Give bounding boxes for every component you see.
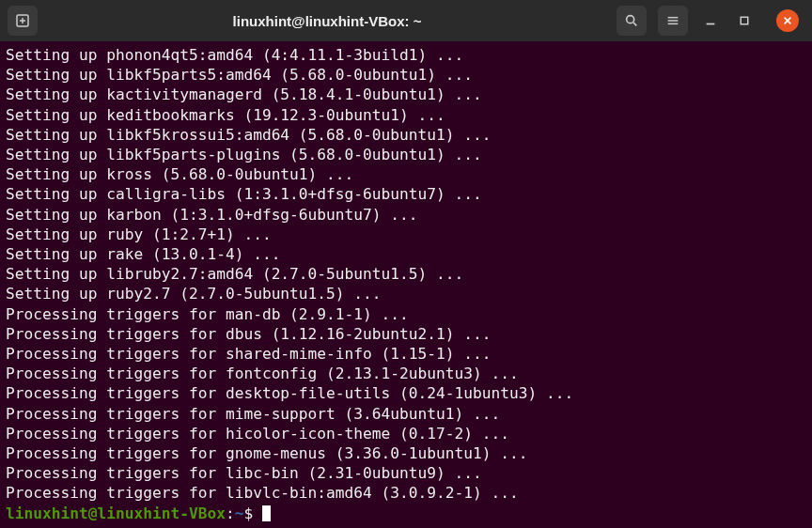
- cursor: [262, 505, 271, 521]
- terminal-body[interactable]: Setting up phonon4qt5:amd64 (4:4.11.1-3b…: [0, 41, 812, 528]
- output-line: Processing triggers for shared-mime-info…: [6, 344, 806, 364]
- output-line: Processing triggers for libvlc-bin:amd64…: [6, 483, 806, 503]
- svg-rect-9: [741, 17, 748, 24]
- output-line: Processing triggers for fontconfig (2.13…: [6, 364, 806, 383]
- output-line: Processing triggers for mime-support (3.…: [6, 404, 806, 424]
- output-line: Setting up phonon4qt5:amd64 (4:4.11.1-3b…: [6, 45, 806, 65]
- search-button[interactable]: [617, 6, 647, 36]
- search-icon: [624, 13, 639, 28]
- prompt-colon: :: [226, 505, 235, 522]
- output-line: Processing triggers for libc-bin (2.31-0…: [6, 463, 806, 483]
- titlebar: linuxhint@linuxhint-VBox: ~: [0, 0, 812, 41]
- output-line: Processing triggers for hicolor-icon-the…: [6, 424, 806, 443]
- minimize-button[interactable]: [699, 9, 722, 32]
- close-icon: [783, 16, 792, 25]
- maximize-icon: [739, 15, 750, 26]
- prompt-user-host: linuxhint@linuxhint-VBox: [6, 505, 226, 522]
- output-line: Processing triggers for man-db (2.9.1-1)…: [6, 304, 806, 324]
- output-line: Setting up kross (5.68.0-0ubuntu1) ...: [6, 164, 806, 184]
- titlebar-right: [617, 6, 804, 36]
- new-tab-icon: [14, 12, 31, 29]
- svg-point-3: [627, 16, 634, 23]
- minimize-icon: [704, 14, 717, 27]
- output-line: Setting up ruby (1:2.7+1) ...: [6, 225, 806, 244]
- output-line: Setting up karbon (1:3.1.0+dfsg-6ubuntu7…: [6, 205, 806, 225]
- output-line: Setting up keditbookmarks (19.12.3-0ubun…: [6, 105, 806, 125]
- svg-line-4: [633, 23, 636, 25]
- output-line: Processing triggers for desktop-file-uti…: [6, 383, 806, 403]
- prompt-line: linuxhint@linuxhint-VBox:~$: [6, 504, 806, 523]
- prompt-path: ~: [235, 505, 244, 522]
- prompt-symbol: $: [243, 505, 253, 522]
- close-button[interactable]: [776, 9, 799, 32]
- output-line: Setting up libkf5krossui5:amd64 (5.68.0-…: [6, 125, 806, 145]
- output-line: Setting up rake (13.0.1-4) ...: [6, 244, 806, 264]
- maximize-button[interactable]: [733, 9, 756, 32]
- output-line: Setting up libkf5parts5:amd64 (5.68.0-0u…: [6, 65, 806, 85]
- terminal-window: linuxhint@linuxhint-VBox: ~: [0, 0, 812, 528]
- output-line: Processing triggers for gnome-menus (3.3…: [6, 443, 806, 463]
- new-tab-button[interactable]: [8, 6, 38, 36]
- output-line: Setting up libruby2.7:amd64 (2.7.0-5ubun…: [6, 264, 806, 284]
- output-line: Setting up kactivitymanagerd (5.18.4.1-0…: [6, 85, 806, 104]
- output-line: Setting up libkf5parts-plugins (5.68.0-0…: [6, 145, 806, 164]
- window-title: linuxhint@linuxhint-VBox: ~: [45, 13, 609, 29]
- output-line: Setting up calligra-libs (1:3.1.0+dfsg-6…: [6, 184, 806, 204]
- hamburger-icon: [665, 13, 680, 28]
- output-line: Setting up ruby2.7 (2.7.0-5ubuntu1.5) ..…: [6, 284, 806, 303]
- menu-button[interactable]: [658, 6, 688, 36]
- output-line: Processing triggers for dbus (1.12.16-2u…: [6, 324, 806, 344]
